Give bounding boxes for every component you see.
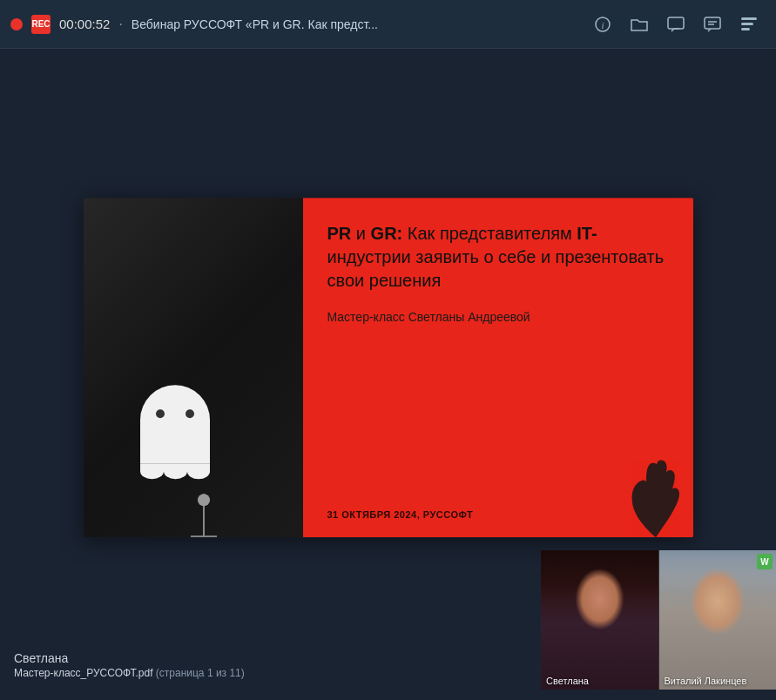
svg-text:i: i (601, 19, 604, 30)
ghost-body (140, 385, 210, 463)
slide-subtitle: Мастер-класс Светланы Андреевой (327, 310, 669, 324)
info-icon: i (594, 16, 611, 33)
ghost-left-eye (156, 409, 165, 418)
slide-title-end: индустрии заявить о себе и презентовать … (327, 247, 665, 290)
ghost-decoration (132, 385, 219, 489)
chat-icon (666, 16, 685, 33)
record-badge: REC (31, 15, 51, 34)
timer-display: 00:00:52 (59, 17, 110, 31)
presenter-name: Светлана (14, 651, 245, 665)
slide-it: IT- (577, 224, 597, 243)
message-button[interactable] (696, 8, 729, 41)
slide-area: PR и GR: Как представителям IT-индустрии… (84, 198, 693, 537)
main-content: PR и GR: Как представителям IT-индустрии… (0, 49, 776, 700)
slide-pr: PR (327, 224, 352, 243)
ghost-bump-3 (187, 463, 211, 479)
thumb-vitaliy-label: Виталий Лакинцев (665, 676, 747, 686)
video-thumb-svetlana: Светлана (541, 550, 658, 690)
filename: Мастер-класс_РУССОФТ.pdf (14, 667, 152, 679)
record-dot (10, 18, 23, 30)
slide-title-rest: Как представителям (402, 224, 577, 243)
menu-button[interactable] (732, 8, 766, 41)
ghost-bump-1 (140, 463, 164, 479)
svg-rect-3 (705, 17, 720, 29)
w-badge: W (757, 554, 773, 569)
webinar-title: Вебинар РУССОФТ «PR и GR. Как предст... (132, 17, 577, 31)
video-thumbnails: Светлана W Виталий Лакинцев (541, 550, 776, 690)
slide-date: 31 ОКТЯБРЯ 2024, РУССОФТ (327, 509, 669, 520)
chat-button[interactable] (659, 8, 692, 41)
message-icon (703, 16, 722, 33)
slide-right-panel: PR и GR: Как представителям IT-индустрии… (303, 198, 693, 537)
ghost-bump-2 (164, 463, 187, 479)
ghost-skirt (140, 463, 210, 479)
slide-content: PR и GR: Как представителям IT-индустрии… (327, 222, 669, 324)
svg-rect-2 (668, 17, 684, 29)
hand-silhouette (625, 459, 686, 537)
page-info: (страница 1 из 11) (156, 667, 245, 679)
bars-icon (741, 17, 757, 30)
mic-stand (203, 494, 205, 537)
topbar-icon-group: i (586, 8, 766, 41)
ghost-right-eye (186, 409, 194, 418)
slide-and: и (351, 224, 370, 243)
file-info: Мастер-класс_РУССОФТ.pdf (страница 1 из … (14, 667, 245, 679)
video-thumb-vitaliy: W Виталий Лакинцев (659, 550, 777, 690)
presentation-slide: PR и GR: Как представителям IT-индустрии… (84, 198, 693, 537)
slide-title: PR и GR: Как представителям IT-индустрии… (327, 222, 669, 293)
topbar: REC 00:00:52 · Вебинар РУССОФТ «PR и GR.… (0, 0, 776, 49)
separator: · (118, 17, 122, 32)
folder-button[interactable] (623, 8, 656, 41)
slide-gr: GR: (371, 224, 403, 243)
info-button[interactable]: i (586, 8, 619, 41)
thumb-svetlana-label: Светлана (546, 676, 589, 686)
folder-icon (630, 16, 649, 33)
bottom-info: Светлана Мастер-класс_РУССОФТ.pdf (стран… (14, 651, 245, 679)
slide-left-panel (84, 198, 303, 537)
